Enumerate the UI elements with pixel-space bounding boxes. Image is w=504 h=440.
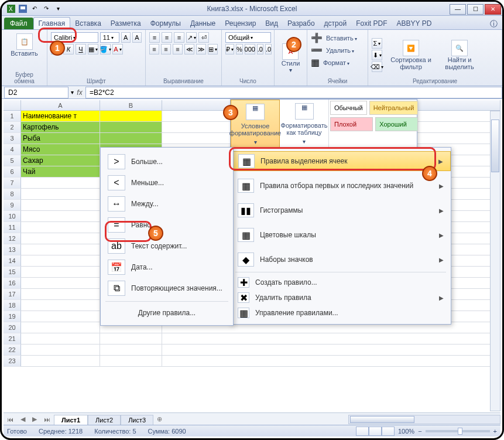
row-header[interactable]: 16 [4, 278, 21, 289]
vertical-scrollbar[interactable] [490, 111, 500, 411]
row-header[interactable]: 10 [4, 211, 21, 222]
indent-increase-button[interactable]: ≫ [196, 44, 206, 54]
cell[interactable] [100, 345, 162, 356]
clear-button[interactable]: ⌫ [372, 62, 382, 72]
help-icon[interactable]: ⓘ [490, 19, 498, 29]
decrease-decimal-button[interactable]: .0 [265, 44, 272, 54]
redo-icon[interactable]: ↷ [42, 4, 51, 13]
style-bad[interactable]: Плохой [330, 117, 373, 131]
wrap-text-button[interactable]: ⏎ [198, 32, 209, 43]
align-left-button[interactable]: ≡ [149, 44, 159, 54]
color-scales-item[interactable]: ▦ Цветовые шкалы ▶ [231, 225, 451, 245]
tab-home[interactable]: Главная [33, 17, 71, 29]
minimize-button[interactable]: — [450, 4, 466, 15]
align-top-button[interactable]: ≡ [149, 32, 160, 43]
cell[interactable]: Наименование т [21, 111, 100, 122]
tab-insert[interactable]: Вставка [70, 18, 106, 29]
less-than-item[interactable]: <Меньше... [101, 172, 233, 193]
row-header[interactable]: 20 [4, 322, 21, 333]
horizontal-scrollbar[interactable] [348, 415, 500, 424]
cell[interactable] [21, 289, 100, 300]
greater-than-item[interactable]: >Больше... [101, 151, 233, 172]
manage-rules-item[interactable]: ▦ Управление правилами... [231, 305, 451, 320]
scrollbar-thumb[interactable] [491, 120, 499, 172]
row-header[interactable]: 19 [4, 311, 21, 322]
currency-button[interactable]: ₽ [225, 44, 234, 54]
italic-button[interactable]: К [63, 44, 74, 54]
row-header[interactable]: 18 [4, 300, 21, 311]
row-header[interactable]: 17 [4, 289, 21, 300]
number-format-select[interactable]: Общий [225, 32, 271, 43]
tab-abbyy[interactable]: ABBYY PD [392, 18, 437, 29]
format-cells-button[interactable]: Формат [323, 59, 349, 66]
orientation-button[interactable]: ↗ [186, 32, 197, 43]
bold-button[interactable]: Ж [51, 44, 61, 54]
data-bars-item[interactable]: ▮▮ Гистограммы ▶ [231, 200, 451, 220]
normal-view-button[interactable] [356, 427, 369, 436]
cell[interactable] [21, 211, 100, 222]
row-header[interactable]: 8 [4, 189, 21, 200]
insert-cells-icon[interactable]: ➕ [311, 32, 323, 43]
grow-font-button[interactable]: A [121, 32, 131, 43]
sort-filter-button[interactable]: 🔽Сортировка и фильтр [388, 39, 434, 71]
row-header[interactable]: 23 [4, 356, 21, 367]
sheet-nav-last[interactable]: ⏭ [40, 416, 54, 423]
autosum-button[interactable]: Σ [372, 38, 382, 49]
cell[interactable] [21, 322, 100, 333]
cell[interactable] [100, 133, 162, 144]
maximize-button[interactable]: ☐ [467, 4, 484, 15]
format-cells-icon[interactable]: ▦ [311, 57, 320, 68]
row-header[interactable]: 12 [4, 233, 21, 244]
icon-sets-item[interactable]: ◆ Наборы значков ▶ [231, 250, 451, 270]
tab-review[interactable]: Рецензир [220, 18, 260, 29]
cell[interactable] [21, 189, 100, 200]
fx-icon[interactable]: fx [74, 88, 85, 97]
equal-to-item[interactable]: =Равно... [101, 214, 233, 236]
tab-foxit[interactable]: Foxit PDF [351, 18, 392, 29]
percent-button[interactable]: % [236, 44, 243, 54]
cell[interactable] [21, 244, 100, 255]
page-layout-view-button[interactable] [369, 427, 382, 436]
cell[interactable] [21, 255, 100, 267]
cell[interactable] [162, 356, 500, 367]
zoom-in-button[interactable]: + [493, 428, 497, 435]
between-item[interactable]: ↔Между... [101, 193, 233, 214]
font-family-select[interactable]: Calibri [51, 32, 98, 43]
cell[interactable] [21, 222, 100, 233]
cell[interactable] [21, 333, 100, 345]
cell[interactable]: Сахар [21, 155, 100, 166]
row-header[interactable]: 1 [4, 111, 21, 122]
new-rule-item[interactable]: ✚ Создать правило... [231, 275, 451, 290]
sheet-nav-first[interactable]: ⏮ [4, 416, 17, 423]
cell[interactable] [162, 333, 500, 345]
delete-cells-button[interactable]: Удалить [326, 47, 354, 54]
tab-addin[interactable]: дстрой [320, 18, 352, 29]
cell[interactable] [100, 333, 162, 345]
text-contains-item[interactable]: abТекст содержит... [101, 236, 233, 257]
format-as-table-button[interactable]: ▦ Форматировать как таблицу▾ [280, 100, 329, 149]
qat-more-icon[interactable]: ▾ [53, 4, 63, 13]
row-header[interactable]: 9 [4, 200, 21, 211]
col-header-a[interactable]: A [21, 100, 100, 110]
fill-color-button[interactable]: 🪣 [100, 44, 111, 54]
style-neutral[interactable]: Нейтральный [369, 101, 419, 115]
row-header[interactable]: 21 [4, 333, 21, 345]
clear-rules-item[interactable]: ✖ Удалить правила ▶ [231, 290, 451, 305]
align-middle-button[interactable]: ≡ [162, 32, 172, 43]
align-right-button[interactable]: ≡ [173, 44, 183, 54]
fill-button[interactable]: ⬇ [372, 50, 382, 60]
zoom-level[interactable]: 100% [398, 428, 414, 435]
row-header[interactable]: 6 [4, 166, 21, 178]
conditional-formatting-button[interactable]: ▦ Условное форматирование▾ [231, 100, 280, 149]
page-break-view-button[interactable] [382, 427, 395, 436]
cell[interactable]: Картофель [21, 122, 100, 133]
select-all-corner[interactable] [4, 100, 21, 110]
h-scroll-thumb[interactable] [350, 416, 414, 423]
merge-button[interactable]: ⊞ [208, 44, 218, 54]
duplicate-values-item[interactable]: ⧉Повторяющиеся значения... [101, 278, 233, 299]
cell[interactable] [100, 122, 162, 133]
cell[interactable] [21, 233, 100, 244]
row-header[interactable]: 13 [4, 244, 21, 255]
cell[interactable] [21, 356, 100, 367]
row-header[interactable]: 5 [4, 155, 21, 166]
